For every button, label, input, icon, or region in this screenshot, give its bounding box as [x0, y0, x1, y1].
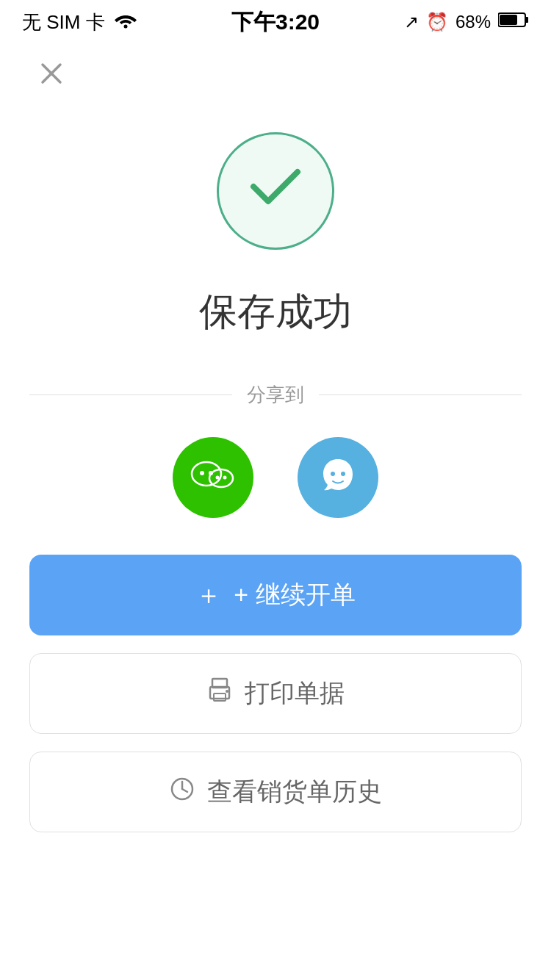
printer-icon — [206, 677, 233, 710]
svg-point-8 — [200, 471, 204, 475]
main-content: 保存成功 分享到 — [0, 44, 551, 832]
svg-rect-3 — [500, 15, 517, 25]
plus-icon: ＋ — [195, 577, 222, 613]
location-icon: ↗ — [404, 12, 419, 32]
svg-point-17 — [226, 690, 228, 693]
status-time: 下午3:20 — [231, 7, 320, 37]
svg-line-20 — [182, 789, 187, 792]
status-right: ↗ ⏰ 68% — [404, 12, 529, 32]
svg-rect-2 — [525, 17, 528, 23]
success-circle — [217, 132, 334, 250]
share-icons — [29, 437, 522, 518]
history-button[interactable]: 查看销货单历史 — [29, 752, 522, 832]
svg-point-10 — [216, 476, 220, 480]
clock-icon — [169, 776, 195, 809]
close-button[interactable] — [29, 51, 73, 96]
wifi-icon — [114, 11, 137, 34]
divider-line-right — [319, 394, 522, 395]
continue-button[interactable]: ＋ + 继续开单 — [29, 555, 522, 635]
status-bar: 无 SIM 卡 下午3:20 ↗ ⏰ 68% — [0, 0, 551, 44]
success-title: 保存成功 — [199, 287, 352, 338]
qq-share-button[interactable] — [298, 437, 378, 518]
svg-point-9 — [209, 471, 213, 475]
continue-label: + 继续开单 — [234, 578, 355, 612]
svg-point-0 — [123, 24, 127, 28]
share-label: 分享到 — [247, 382, 304, 408]
print-button[interactable]: 打印单据 — [29, 653, 522, 734]
svg-point-13 — [341, 472, 345, 476]
action-buttons: ＋ + 继续开单 打印单据 — [0, 555, 551, 832]
no-sim-text: 无 SIM 卡 — [22, 10, 105, 35]
wechat-share-button[interactable] — [173, 437, 253, 518]
svg-rect-16 — [214, 693, 226, 701]
battery-percent: 68% — [455, 12, 491, 32]
print-label: 打印单据 — [245, 677, 345, 710]
history-label: 查看销货单历史 — [207, 775, 382, 809]
svg-point-12 — [331, 472, 335, 476]
svg-point-11 — [223, 476, 227, 480]
battery-icon — [498, 12, 529, 32]
check-icon — [242, 154, 309, 229]
share-divider: 分享到 — [29, 382, 522, 408]
share-section: 分享到 — [0, 382, 551, 518]
alarm-icon: ⏰ — [426, 12, 448, 32]
status-left: 无 SIM 卡 — [22, 10, 137, 35]
divider-line-left — [29, 394, 232, 395]
svg-point-6 — [192, 462, 221, 486]
